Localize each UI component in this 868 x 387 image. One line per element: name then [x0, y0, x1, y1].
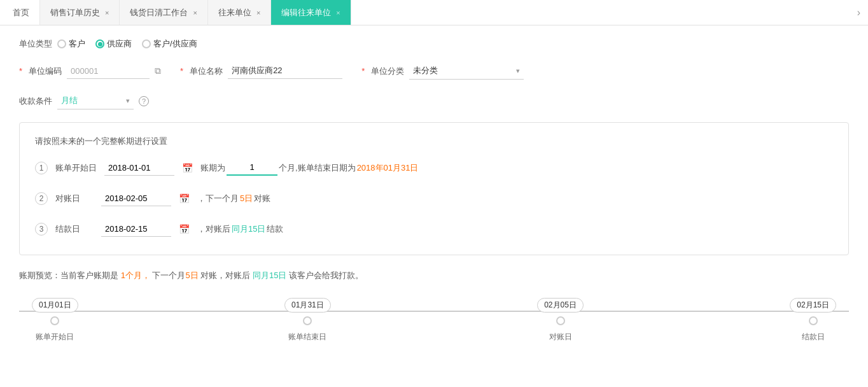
period-label-1: 账单开始日 [55, 162, 97, 174]
period-num-1: 1 [35, 162, 48, 174]
timeline-dot-1 [303, 316, 312, 325]
payment-terms-dropdown[interactable]: 月结 ▾ [57, 92, 134, 109]
period-desc-1-prefix: 账期为 [200, 162, 225, 174]
timeline-sublabel-0: 账单开始日 [36, 332, 74, 342]
tab-home[interactable]: 首页 [0, 0, 40, 25]
timeline-point-3: 02月15日 结款日 [790, 298, 836, 342]
period-num-3: 3 [35, 223, 48, 236]
period-calendar-1[interactable]: 📅 [182, 163, 193, 173]
timeline: 01月01日 账单开始日 01月31日 账单结束日 02月05日 对账日 02月… [19, 298, 849, 342]
payment-terms-field: 收款条件 月结 ▾ ? [19, 92, 149, 109]
radio-supplier-circle [95, 39, 104, 48]
period-row-2: 2 对账日 📅 ，下一个月 5日 对账 [35, 191, 833, 206]
unit-category-value: 未分类 [413, 65, 512, 76]
timeline-dot-0 [50, 316, 59, 325]
unit-code-input[interactable] [67, 64, 150, 79]
preview-reconcile-prefix: 下一个月 [152, 271, 185, 280]
unit-code-star: * [19, 66, 22, 76]
payment-terms-arrow: ▾ [126, 97, 130, 105]
period-desc-3: ，对账后 同月15日 结款 [197, 223, 283, 235]
timeline-dot-2 [556, 316, 565, 325]
section-title: 请按照未来的一个完整帐期进行设置 [35, 136, 833, 147]
tabs-scroll-right[interactable]: › [850, 7, 868, 18]
preview-reconcile-day: 5日 [185, 271, 198, 280]
tab-home-label: 首页 [13, 7, 29, 18]
period-desc-3-prefix: ，对账后 [197, 223, 230, 235]
unit-name-label: 单位名称 [190, 66, 223, 77]
period-month-input[interactable] [227, 160, 277, 176]
radio-supplier[interactable]: 供应商 [95, 38, 132, 50]
unit-name-input[interactable] [228, 64, 342, 79]
tabs-bar: 首页 销售订单历史 × 钱货日清工作台 × 往来单位 × 编辑往来单位 × › [0, 0, 868, 25]
timeline-sublabel-2: 对账日 [549, 332, 572, 342]
tab-sales-history[interactable]: 销售订单历史 × [40, 0, 120, 25]
tab-sales-history-close[interactable]: × [105, 9, 109, 17]
payment-terms-row: 收款条件 月结 ▾ ? [19, 92, 849, 109]
period-highlight-day-2: 5日 [240, 193, 253, 204]
preview-section: 账期预览：当前客户账期是 1个月， 下一个月5日 对账，对账后 同月15日 该客… [19, 268, 849, 342]
radio-supplier-label: 供应商 [107, 38, 132, 50]
period-label-3: 结款日 [55, 223, 94, 235]
radio-customer-label: 客户 [69, 38, 85, 50]
tab-counterparty-label: 往来单位 [218, 7, 251, 18]
timeline-dot-3 [809, 316, 818, 325]
unit-category-dropdown[interactable]: 未分类 ▾ [409, 62, 524, 80]
timeline-point-0: 01月01日 账单开始日 [32, 298, 78, 342]
tab-edit-counterparty[interactable]: 编辑往来单位 × [271, 0, 351, 25]
main-content: 单位类型 客户 供应商 客户/供应商 * 单位编码 [0, 25, 868, 387]
unit-type-row: 单位类型 客户 供应商 客户/供应商 [19, 38, 849, 50]
unit-name-star: * [180, 66, 183, 76]
period-desc-2-suffix: 对账 [254, 193, 270, 204]
timeline-point-2: 02月05日 对账日 [537, 298, 584, 342]
period-highlight-date-1: 2018年01月31日 [357, 162, 419, 174]
timeline-point-1: 01月31日 账单结束日 [284, 298, 331, 342]
timeline-badge-1: 01月31日 [284, 298, 331, 313]
unit-code-copy-icon[interactable]: ⧉ [155, 66, 161, 76]
period-calendar-2[interactable]: 📅 [179, 194, 190, 204]
timeline-badge-0: 01月01日 [32, 298, 78, 313]
preview-period: 1个月， [121, 271, 150, 280]
radio-customer[interactable]: 客户 [57, 38, 85, 50]
timeline-sublabel-3: 结款日 [802, 332, 825, 342]
radio-customer-supplier[interactable]: 客户/供应商 [142, 38, 197, 50]
period-highlight-day-3: 同月15日 [232, 223, 265, 235]
tab-cash-workbench[interactable]: 钱货日清工作台 × [120, 0, 207, 25]
unit-category-arrow: ▾ [516, 67, 520, 75]
tab-cash-workbench-close[interactable]: × [193, 9, 197, 17]
period-section: 请按照未来的一个完整帐期进行设置 1 账单开始日 📅 账期为 个月,账单结束日期… [19, 122, 849, 255]
unit-type-field: 单位类型 客户 供应商 客户/供应商 [19, 38, 197, 50]
period-date-3[interactable] [101, 222, 171, 237]
period-num-2: 2 [35, 192, 48, 205]
unit-code-label: 单位编码 [29, 66, 62, 77]
preview-reconcile-suffix: 对账，对账后 [199, 271, 251, 280]
tab-cash-workbench-label: 钱货日清工作台 [130, 7, 188, 18]
preview-ending: 该客户会给我打款。 [289, 271, 363, 280]
period-date-1[interactable] [104, 160, 174, 176]
payment-terms-value: 月结 [61, 95, 122, 106]
payment-terms-help[interactable]: ? [139, 96, 149, 106]
period-desc-2-prefix: ，下一个月 [197, 193, 239, 204]
timeline-badge-2: 02月05日 [537, 298, 584, 313]
unit-category-label: 单位分类 [371, 66, 404, 77]
payment-terms-label: 收款条件 [19, 95, 52, 107]
timeline-badge-3: 02月15日 [790, 298, 836, 313]
period-desc-1-suffix: 个月,账单结束日期为 [279, 162, 356, 174]
unit-info-row: * 单位编码 ⧉ * 单位名称 * 单位分类 未分类 ▾ [19, 62, 849, 80]
preview-payment-day: 同月15日 [253, 271, 286, 280]
tab-counterparty-close[interactable]: × [256, 9, 260, 17]
unit-code-field: * 单位编码 ⧉ [19, 64, 161, 79]
unit-type-radio-group: 客户 供应商 客户/供应商 [57, 38, 197, 50]
period-calendar-3[interactable]: 📅 [179, 224, 190, 234]
radio-customer-supplier-circle [142, 39, 151, 48]
unit-category-field: * 单位分类 未分类 ▾ [361, 62, 524, 80]
tab-edit-counterparty-close[interactable]: × [336, 9, 340, 17]
period-desc-3-suffix: 结款 [267, 223, 283, 235]
unit-name-field: * 单位名称 [180, 64, 342, 79]
tab-counterparty[interactable]: 往来单位 × [208, 0, 271, 25]
period-label-2: 对账日 [55, 193, 94, 204]
period-desc-1: 账期为 个月,账单结束日期为 2018年01月31日 [200, 160, 418, 176]
timeline-sublabel-1: 账单结束日 [288, 332, 326, 342]
period-row-3: 3 结款日 📅 ，对账后 同月15日 结款 [35, 222, 833, 237]
unit-type-label: 单位类型 [19, 38, 52, 50]
period-date-2[interactable] [101, 191, 171, 206]
